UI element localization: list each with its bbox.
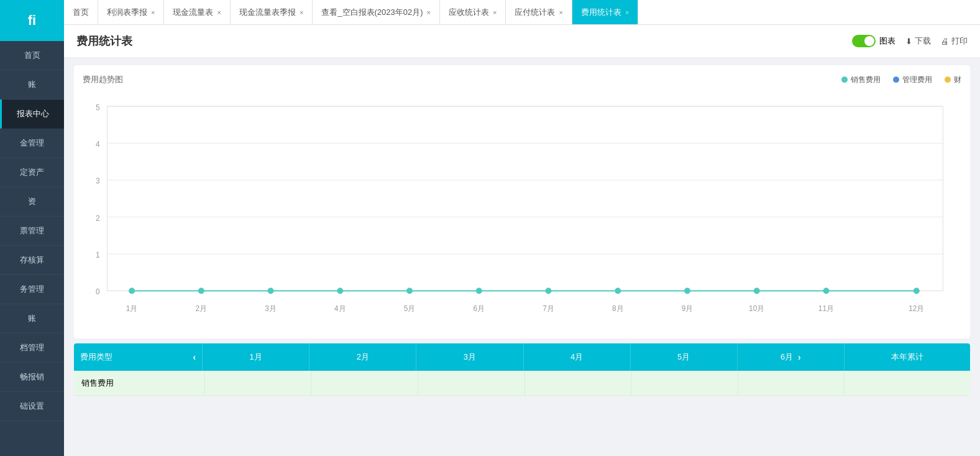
svg-point-16	[337, 288, 343, 294]
chart-svg-container: 5 4 3 2 1 0	[83, 91, 961, 330]
chart-header: 费用趋势图 销售费用 管理费用 财	[83, 74, 961, 85]
main-area: 首页 利润表季报 × 现金流量表 × 现金流量表季报 × 查看_空白报表(202…	[64, 0, 980, 456]
svg-text:2: 2	[96, 214, 100, 223]
svg-text:11月: 11月	[818, 304, 834, 313]
chart-toggle[interactable]	[852, 35, 876, 47]
sidebar-item-business[interactable]: 务管理	[0, 275, 64, 304]
sidebar-item-inventory[interactable]: 存核算	[0, 246, 64, 275]
table-header-row: 费用类型 ‹ 1月 2月 3月 4月 5月 6月 › 本年累计	[74, 343, 970, 371]
svg-text:5月: 5月	[404, 304, 416, 313]
svg-text:2月: 2月	[196, 304, 208, 313]
tab-profit-quarterly[interactable]: 利润表季报 ×	[98, 0, 164, 25]
tab-close-receivable[interactable]: ×	[493, 9, 497, 16]
td-jan-sales	[205, 371, 312, 395]
svg-point-13	[129, 288, 135, 294]
chart-toggle-wrap: 图表	[852, 35, 895, 47]
chart-svg: 5 4 3 2 1 0	[83, 91, 961, 328]
sidebar: fi 首页 账 报表中心 金管理 定资产 资 票管理 存核算 务管理 账 档管理…	[0, 0, 64, 456]
svg-point-22	[754, 288, 760, 294]
tab-cashflow-quarterly[interactable]: 现金流量表季报 ×	[231, 0, 313, 25]
tab-close-profit-quarterly[interactable]: ×	[151, 9, 155, 16]
download-icon: ⬇	[905, 37, 912, 46]
chart-title: 费用趋势图	[83, 74, 123, 85]
tab-home[interactable]: 首页	[64, 0, 98, 25]
svg-text:1: 1	[96, 251, 100, 259]
tab-close-payable[interactable]: ×	[559, 9, 562, 16]
sidebar-item-invoices[interactable]: 票管理	[0, 216, 64, 246]
legend-dot-finance	[945, 77, 951, 83]
legend-admin: 管理费用	[893, 75, 932, 85]
tab-cashflow[interactable]: 现金流量表 ×	[164, 0, 230, 25]
th-jun: 6月 ›	[738, 343, 845, 371]
table-section: 费用类型 ‹ 1月 2月 3月 4月 5月 6月 › 本年累计 销售费用	[74, 343, 970, 396]
tab-close-cashflow-quarterly[interactable]: ×	[300, 9, 303, 16]
sidebar-item-assets[interactable]: 定资产	[0, 158, 64, 187]
sidebar-item-finance[interactable]: 金管理	[0, 129, 64, 158]
td-mar-sales	[418, 371, 525, 395]
svg-text:5: 5	[96, 103, 100, 112]
legend-sales: 销售费用	[841, 75, 881, 85]
tab-payable[interactable]: 应付统计表 ×	[506, 0, 572, 25]
th-type: 费用类型 ‹	[74, 343, 203, 371]
svg-text:10月: 10月	[749, 304, 764, 313]
tab-close-cashflow[interactable]: ×	[217, 9, 221, 16]
sidebar-item-archive[interactable]: 档管理	[0, 333, 64, 363]
td-type-sales: 销售费用	[74, 371, 205, 395]
chart-legend: 销售费用 管理费用 财	[841, 75, 961, 85]
sidebar-item-home[interactable]: 首页	[0, 41, 64, 70]
svg-text:3月: 3月	[265, 304, 277, 313]
page-title: 费用统计表	[76, 34, 132, 49]
sidebar-item-reports[interactable]: 报表中心	[0, 100, 64, 129]
print-button[interactable]: 🖨 打印	[941, 35, 968, 47]
download-button[interactable]: ⬇ 下载	[905, 35, 931, 47]
svg-text:8月: 8月	[612, 304, 624, 313]
legend-finance: 财	[945, 75, 961, 85]
tab-bar: 首页 利润表季报 × 现金流量表 × 现金流量表季报 × 查看_空白报表(202…	[64, 0, 980, 25]
print-icon: 🖨	[941, 37, 949, 46]
tab-close-expense[interactable]: ×	[625, 9, 629, 16]
th-jan: 1月	[203, 343, 309, 371]
content-area: 费用统计表 图表 ⬇ 下载 🖨 打印 费用趋势图	[64, 25, 980, 456]
svg-point-14	[198, 288, 204, 294]
th-type-label: 费用类型	[80, 351, 112, 363]
svg-rect-12	[108, 106, 943, 291]
svg-text:1月: 1月	[126, 304, 138, 313]
sidebar-item-capital[interactable]: 资	[0, 187, 64, 216]
chart-section: 费用趋势图 销售费用 管理费用 财	[74, 65, 970, 338]
sidebar-item-account[interactable]: 账	[0, 70, 64, 100]
th-ytd: 本年累计	[845, 343, 970, 371]
svg-text:6月: 6月	[473, 304, 485, 313]
th-feb: 2月	[309, 343, 416, 371]
sidebar-item-ledger[interactable]: 账	[0, 304, 64, 333]
header-actions: 图表 ⬇ 下载 🖨 打印	[852, 35, 968, 47]
td-apr-sales	[525, 371, 632, 395]
sidebar-item-expense[interactable]: 畅报销	[0, 363, 64, 392]
svg-point-21	[684, 288, 690, 294]
tab-blank-report[interactable]: 查看_空白报表(2023年02月) ×	[313, 0, 440, 25]
svg-text:4月: 4月	[334, 304, 346, 313]
svg-point-24	[914, 288, 920, 294]
prev-arrow[interactable]: ‹	[193, 352, 196, 362]
tab-receivable[interactable]: 应收统计表 ×	[440, 0, 506, 25]
th-mar: 3月	[416, 343, 523, 371]
svg-text:0: 0	[96, 287, 100, 296]
svg-text:4: 4	[96, 140, 100, 149]
tab-close-blank-report[interactable]: ×	[427, 9, 431, 16]
legend-label-sales: 销售费用	[851, 75, 881, 85]
th-may: 5月	[631, 343, 738, 371]
table-row-sales: 销售费用	[74, 371, 970, 396]
td-feb-sales	[311, 371, 418, 395]
svg-text:9月: 9月	[682, 304, 694, 313]
svg-point-15	[268, 288, 274, 294]
legend-label-finance: 财	[954, 75, 961, 85]
tab-expense[interactable]: 费用统计表 ×	[572, 0, 638, 25]
next-arrow[interactable]: ›	[798, 352, 801, 362]
svg-point-18	[476, 288, 482, 294]
td-ytd-sales	[845, 371, 970, 395]
svg-text:7月: 7月	[543, 304, 554, 313]
svg-point-23	[823, 288, 830, 294]
chart-toggle-label: 图表	[879, 35, 895, 47]
sidebar-logo: fi	[0, 0, 64, 41]
svg-point-20	[615, 288, 621, 294]
sidebar-item-settings[interactable]: 础设置	[0, 392, 64, 421]
